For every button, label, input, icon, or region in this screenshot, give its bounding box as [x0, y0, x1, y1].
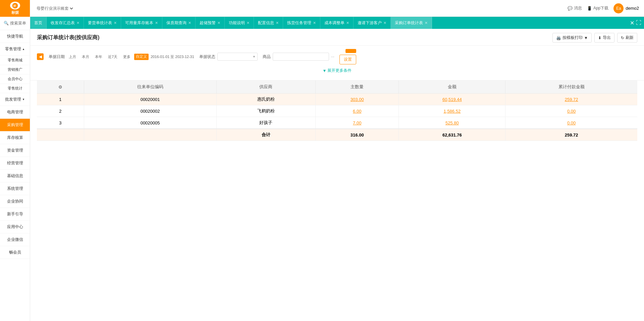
close-tab-4[interactable]: ✕ — [188, 21, 191, 25]
sidebar-item-app-center[interactable]: 应用中心 — [0, 221, 30, 233]
message-icon: 💬 — [568, 6, 573, 11]
shortcut-7days[interactable]: 近7天 — [106, 54, 119, 60]
download-icon: 📱 — [587, 6, 592, 11]
sidebar-item-basic-info[interactable]: 基础信息 — [0, 170, 30, 182]
shortcut-last-month[interactable]: 上月 — [67, 54, 78, 60]
close-tab-2[interactable]: ✕ — [114, 21, 117, 25]
account-selector[interactable]: 母婴行业演示账套 — [35, 6, 74, 11]
row-paid[interactable]: 0.00 — [505, 105, 637, 117]
nav-tab-8[interactable]: 拣货任务管理 ✕ — [283, 17, 320, 29]
row-amount[interactable]: 525.80 — [399, 117, 505, 129]
nav-tab-3[interactable]: 可用量库存账本 ✕ — [121, 17, 162, 29]
nav-tab-1[interactable]: 收发存汇总表 ✕ — [47, 17, 84, 29]
row-index: 2 — [37, 105, 84, 117]
shortcut-more[interactable]: 更多 — [121, 54, 132, 60]
sidebar-item-retail-stats[interactable]: 零售统计 — [0, 84, 30, 93]
close-tab-5[interactable]: ✕ — [217, 21, 220, 25]
nav-tab-5[interactable]: 超储预警 ✕ — [196, 17, 225, 29]
sidebar-item-marketing[interactable]: 营销推广 — [0, 65, 30, 74]
row-amount[interactable]: 60,519.44 — [399, 94, 505, 105]
sidebar-item-finance[interactable]: 资金管理 — [0, 144, 30, 157]
row-code: 00020002 — [84, 105, 216, 117]
sidebar-item-purchase[interactable]: 采购管理 — [0, 119, 30, 131]
custom-date-badge[interactable]: 自定义 — [134, 54, 149, 60]
col-settings[interactable]: ⚙ — [37, 81, 84, 94]
col-supplier: 供应商 — [216, 81, 315, 94]
nav-tab-9[interactable]: 成本调整单 ✕ — [320, 17, 354, 29]
refresh-icon: ↻ — [621, 36, 624, 40]
sidebar-item-operations[interactable]: 经营管理 — [0, 157, 30, 170]
query-button[interactable] — [345, 49, 356, 53]
sidebar-item-wholesale[interactable]: 批发管理 — [0, 93, 30, 106]
refresh-button[interactable]: ↻ 刷新 — [617, 33, 637, 43]
table-row[interactable]: 2 00020002 飞鹤奶粉 6.00 1,586.52 0.00 — [37, 105, 637, 117]
row-paid[interactable]: 0.00 — [505, 117, 637, 129]
message-btn[interactable]: 💬 消息 — [568, 5, 582, 11]
sidebar-item-ecommerce[interactable]: 电商管理 — [0, 106, 30, 119]
close-tab-7[interactable]: ✕ — [276, 21, 279, 25]
nav-tab-6[interactable]: 功能说明 ✕ — [225, 17, 254, 29]
export-button[interactable]: ⬇ 导出 — [594, 33, 614, 43]
page-content: 采购订单统计表(按供应商) 🖨️ 按模板打印 ▼ ⬇ 导出 ↻ 刷新 — [30, 29, 644, 321]
goods-input[interactable] — [273, 53, 329, 61]
shortcut-this-month[interactable]: 本月 — [80, 54, 91, 60]
app-logo: 好 标据 — [0, 0, 30, 17]
sidebar-item-weixin[interactable]: 企业微信 — [0, 233, 30, 246]
print-button[interactable]: 🖨️ 按模板打印 ▼ — [552, 33, 592, 43]
page-header-actions: 🖨️ 按模板打印 ▼ ⬇ 导出 ↻ 刷新 — [552, 33, 637, 43]
page-title: 采购订单统计表(按供应商) — [37, 34, 100, 41]
status-select[interactable] — [217, 53, 258, 61]
footer-paid: 259.72 — [505, 129, 637, 141]
table-row[interactable]: 1 00020001 惠氏奶粉 303.00 60,519.44 259.72 — [37, 94, 637, 105]
nav-tab-10[interactable]: 邀请下游客户 ✕ — [354, 17, 391, 29]
col-amount: 金额 — [399, 81, 505, 94]
user-profile[interactable]: Ea demo2 — [613, 3, 639, 13]
sidebar: 好 标据 🔍 搜索菜单 快捷导航 零售管理 零售商城 营销推广 会员中心 零售统… — [0, 0, 30, 321]
nav-tabs-controls: ✕ ⛶ — [630, 20, 644, 26]
close-tab-8[interactable]: ✕ — [313, 21, 316, 25]
filter-row-1: ◀ 单据日期 上月 本月 本年 近7天 更多 自定义 2016-01-01 至 — [37, 49, 637, 64]
row-qty[interactable]: 303.00 — [316, 94, 399, 105]
close-tab-9[interactable]: ✕ — [346, 21, 349, 25]
nav-tab-2[interactable]: 要货单统计表 ✕ — [84, 17, 121, 29]
sidebar-item-shortcuts[interactable]: 快捷导航 — [0, 30, 30, 43]
table-area: ⚙ 往来单位编码 供应商 主数量 金额 累计付款金额 1 00020001 惠氏… — [30, 81, 644, 321]
search-button[interactable]: 🔍 搜索菜单 — [2, 19, 28, 27]
close-tab-10[interactable]: ✕ — [383, 21, 386, 25]
row-qty[interactable]: 7.00 — [316, 117, 399, 129]
close-tab-6[interactable]: ✕ — [247, 21, 250, 25]
app-download-btn[interactable]: 📱 App下载 — [587, 5, 608, 11]
sidebar-item-retail[interactable]: 零售管理 — [0, 43, 30, 56]
sidebar-item-members[interactable]: 会员中心 — [0, 74, 30, 84]
data-table: ⚙ 往来单位编码 供应商 主数量 金额 累计付款金额 1 00020001 惠氏… — [37, 81, 637, 141]
sidebar-item-retail-mall[interactable]: 零售商城 — [0, 56, 30, 65]
goods-more-btn[interactable]: ··· — [331, 54, 334, 59]
print-dropdown-icon: ▼ — [584, 36, 588, 40]
row-index: 3 — [37, 117, 84, 129]
table-row[interactable]: 3 00020005 好孩子 7.00 525.80 0.00 — [37, 117, 637, 129]
sidebar-item-system[interactable]: 系统管理 — [0, 182, 30, 195]
settings-button[interactable]: 设置 — [339, 55, 356, 64]
collapse-filter-btn[interactable]: ◀ — [37, 53, 44, 60]
row-amount[interactable]: 1,586.52 — [399, 105, 505, 117]
filter-area: ◀ 单据日期 上月 本月 本年 近7天 更多 自定义 2016-01-01 至 — [30, 46, 644, 81]
search-menu-item[interactable]: 🔍 搜索菜单 — [0, 17, 30, 30]
expand-conditions-btn[interactable]: ▼ 展开更多条件 — [320, 66, 355, 75]
close-tab-3[interactable]: ✕ — [155, 21, 158, 25]
close-all-tabs-btn[interactable]: ✕ — [630, 20, 634, 26]
close-tab-active[interactable]: ✕ — [425, 21, 428, 25]
sidebar-item-collab[interactable]: 企业协同 — [0, 195, 30, 208]
sidebar-item-inventory[interactable]: 库存核算 — [0, 131, 30, 144]
maximize-btn[interactable]: ⛶ — [636, 20, 641, 26]
sidebar-item-guide[interactable]: 新手引导 — [0, 208, 30, 221]
row-paid[interactable]: 259.72 — [505, 94, 637, 105]
nav-tab-active[interactable]: 采购订单统计表 ✕ — [391, 17, 432, 29]
row-qty[interactable]: 6.00 — [316, 105, 399, 117]
query-col: 查询 设置 — [339, 49, 356, 64]
close-tab-1[interactable]: ✕ — [76, 21, 79, 25]
sidebar-item-vip[interactable]: 畅会员 — [0, 246, 30, 259]
shortcut-this-year[interactable]: 本年 — [93, 54, 104, 60]
nav-tab-home[interactable]: 首页 — [30, 17, 47, 29]
nav-tab-7[interactable]: 配置信息 ✕ — [254, 17, 283, 29]
nav-tab-4[interactable]: 保质期查询 ✕ — [162, 17, 196, 29]
